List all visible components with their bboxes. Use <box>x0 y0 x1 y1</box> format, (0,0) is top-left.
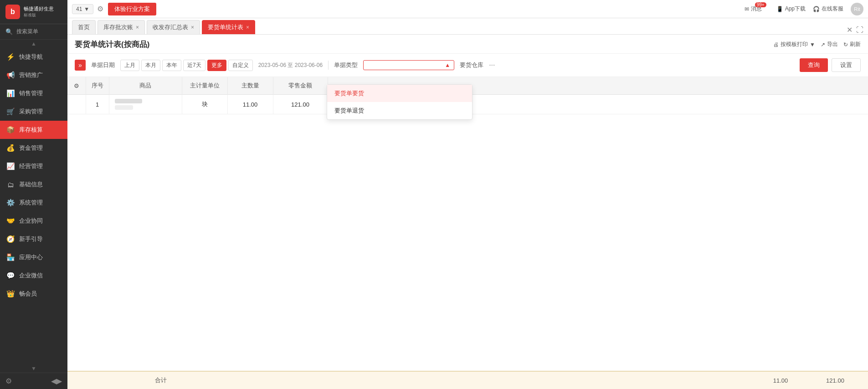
export-btn[interactable]: ↗ 导出 <box>821 41 838 48</box>
page-title: 要货单统计表(按商品) <box>75 39 149 50</box>
tabs-bar: 首页 库存批次账 × 收发存汇总表 × 要货单统计表 × ✕ ⛶ <box>67 18 868 35</box>
type-arrow-icon: ▲ <box>445 62 450 68</box>
warehouse-dots[interactable]: ··· <box>489 61 495 69</box>
sidebar-icon-finance: 💰 <box>5 144 15 152</box>
date-custom-btn[interactable]: 自定义 <box>228 60 253 71</box>
online-service-label: 在线客服 <box>822 5 843 13</box>
cell-amount: 121.00 <box>273 95 328 114</box>
product-bar2 <box>115 105 133 110</box>
col-gear[interactable]: ⚙ <box>67 77 86 95</box>
setting-btn[interactable]: 设置 <box>832 58 861 72</box>
main-content: 41 ▼ ⚙ 体验行业方案 ✉ 消息 99+ 📱 App下载 🎧 在线客服 Ri… <box>67 0 868 389</box>
sidebar-item-member[interactable]: 👑 畅会员 <box>0 285 67 303</box>
sidebar-item-quick-nav[interactable]: ⚡ 快捷导航 <box>0 48 67 66</box>
sidebar-collapse-icon[interactable]: ◀▶ <box>51 377 62 385</box>
date-range: 2023-05-06 至 2023-06-06 <box>258 61 323 69</box>
gear-icon: ⚙ <box>74 82 79 89</box>
tab-recv-summary-label: 收发存汇总表 <box>153 23 188 31</box>
col-amount: 零售金额 <box>273 77 328 95</box>
tab-order-summary-label: 要货单统计表 <box>208 23 243 31</box>
sidebar-scroll-up[interactable]: ▲ <box>0 40 67 48</box>
sidebar-icon-base: 🗂 <box>5 181 15 189</box>
sidebar-label-finance: 资金管理 <box>19 144 62 152</box>
store-dropdown-icon: ▼ <box>84 6 89 12</box>
product-cell <box>115 99 176 110</box>
date-label: 单据日期 <box>91 61 115 69</box>
sidebar-label-sales: 销售管理 <box>19 89 62 97</box>
page-content: 要货单统计表(按商品) 🖨 按模板打印 ▼ ↗ 导出 ↻ 刷新 » <box>67 35 868 389</box>
sidebar-item-operations[interactable]: 📈 经营管理 <box>0 157 67 175</box>
sidebar-item-marketing[interactable]: 📢 营销推广 <box>0 66 67 84</box>
avatar-text: Rit <box>854 6 860 12</box>
topbar-gear-icon[interactable]: ⚙ <box>97 5 103 13</box>
date-prev-btn[interactable]: 上月 <box>120 60 139 71</box>
refresh-btn[interactable]: ↻ 刷新 <box>843 41 861 48</box>
print-arrow: ▼ <box>810 41 815 48</box>
sidebar-item-base[interactable]: 🗂 基础信息 <box>0 175 67 194</box>
page-header: 要货单统计表(按商品) 🖨 按模板打印 ▼ ↗ 导出 ↻ 刷新 <box>67 35 868 54</box>
tab-order-summary-close[interactable]: × <box>246 24 249 31</box>
sidebar-item-purchase[interactable]: 🛒 采购管理 <box>0 102 67 121</box>
date-week-btn[interactable]: 近7天 <box>183 60 205 71</box>
sidebar-icon-sales: 📊 <box>5 89 15 97</box>
sidebar: b 畅捷通好生意 标准版 🔍 搜索菜单 ▲ ⚡ 快捷导航 📢 营销推广 📊 销售… <box>0 0 67 389</box>
tab-order-summary[interactable]: 要货单统计表 × <box>202 20 255 34</box>
filter-divider <box>328 61 329 70</box>
logo-sub: 标准版 <box>24 12 54 18</box>
message-icon: ✉ <box>745 6 749 12</box>
avatar[interactable]: Rit <box>851 3 863 15</box>
query-btn[interactable]: 查询 <box>800 58 828 72</box>
trial-btn[interactable]: 体验行业方案 <box>108 3 156 15</box>
sidebar-item-collab[interactable]: 🤝 企业协同 <box>0 212 67 230</box>
search-menu[interactable]: 🔍 搜索菜单 <box>0 24 67 40</box>
filter-expand-btn[interactable]: » <box>75 60 86 71</box>
warehouse-label: 要货仓库 <box>460 61 483 69</box>
sidebar-label-purchase: 采购管理 <box>19 107 62 116</box>
tab-recv-summary-close[interactable]: × <box>191 24 194 31</box>
refresh-label: 刷新 <box>850 41 861 48</box>
sidebar-settings-icon[interactable]: ⚙ <box>5 377 12 385</box>
online-service-btn[interactable]: 🎧 在线客服 <box>813 5 843 13</box>
app-download-btn[interactable]: 📱 App下载 <box>776 5 806 13</box>
sidebar-label-operations: 经营管理 <box>19 162 62 170</box>
dropdown-option-order-in[interactable]: 要货单要货 <box>327 85 472 102</box>
filter-bar: » 单据日期 上月 本月 本年 近7天 更多 自定义 2023-05-06 至 … <box>67 54 868 77</box>
tab-fullscreen-icon[interactable]: ⛶ <box>856 26 863 34</box>
date-year-btn[interactable]: 本年 <box>162 60 181 71</box>
dropdown-option-order-return[interactable]: 要货单退货 <box>327 102 472 119</box>
tab-home[interactable]: 首页 <box>72 20 96 34</box>
sidebar-scroll-down[interactable]: ▼ <box>0 364 67 373</box>
sidebar-item-finance[interactable]: 💰 资金管理 <box>0 139 67 157</box>
filter-right: 查询 设置 <box>800 58 861 72</box>
page-actions: 🖨 按模板打印 ▼ ↗ 导出 ↻ 刷新 <box>773 41 861 48</box>
store-selector[interactable]: 41 ▼ <box>72 4 93 14</box>
tab-close-all-icon[interactable]: ✕ <box>847 26 853 34</box>
sidebar-item-guide[interactable]: 🧭 新手引导 <box>0 230 67 248</box>
cell-unit: 块 <box>182 95 227 114</box>
sidebar-item-sales[interactable]: 📊 销售管理 <box>0 84 67 102</box>
sidebar-item-weixin[interactable]: 💬 企业微信 <box>0 266 67 285</box>
tab-inventory-batch-close[interactable]: × <box>136 24 139 31</box>
sidebar-item-appstore[interactable]: 🏪 应用中心 <box>0 248 67 266</box>
sidebar-icon-collab: 🤝 <box>5 217 15 225</box>
messages-badge: 99+ <box>755 2 766 7</box>
type-input[interactable]: ▲ <box>363 60 454 70</box>
sidebar-item-inventory[interactable]: 📦 库存核算 <box>0 121 67 139</box>
sidebar-icon-guide: 🧭 <box>5 235 15 243</box>
sidebar-label-quick-nav: 快捷导航 <box>19 53 62 61</box>
type-dropdown: 要货单要货 要货单退货 <box>327 84 473 120</box>
messages-btn[interactable]: ✉ 消息 99+ <box>745 5 762 13</box>
cell-qty: 11.00 <box>227 95 273 114</box>
sidebar-icon-purchase: 🛒 <box>5 107 15 116</box>
sidebar-label-member: 畅会员 <box>19 290 62 298</box>
tab-inventory-batch[interactable]: 库存批次账 × <box>98 20 145 34</box>
sidebar-label-guide: 新手引导 <box>19 235 62 243</box>
sidebar-icon-system: ⚙️ <box>5 199 15 207</box>
date-more-btn[interactable]: 更多 <box>207 60 226 71</box>
print-template-btn[interactable]: 🖨 按模板打印 ▼ <box>773 41 815 48</box>
tab-recv-summary[interactable]: 收发存汇总表 × <box>147 20 200 34</box>
sidebar-item-system[interactable]: ⚙️ 系统管理 <box>0 194 67 212</box>
date-curr-btn[interactable]: 本月 <box>141 60 160 71</box>
sidebar-icon-inventory: 📦 <box>5 126 15 134</box>
sidebar-icon-operations: 📈 <box>5 162 15 170</box>
